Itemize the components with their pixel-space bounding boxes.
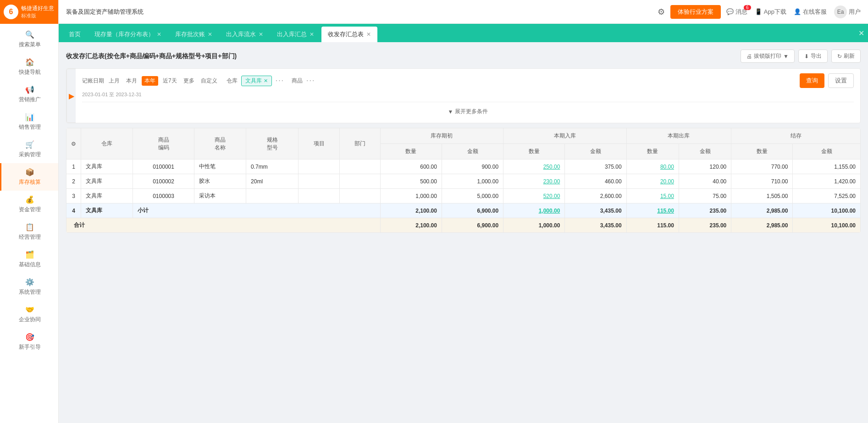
th-opening: 库存期初 [380,128,503,144]
basic-icon: 🗂️ [25,250,34,259]
out-qty-link[interactable]: 15.00 [660,193,674,199]
message-icon: 💬 [726,8,734,15]
app-download-item[interactable]: 📱 App下载 [755,8,786,16]
tab-home[interactable]: 首页 [62,27,87,42]
tab-close-icon[interactable]: ✕ [157,31,161,38]
tab-close-icon[interactable]: ✕ [208,31,212,38]
cell-in-amt: 460.00 [565,174,626,189]
tab-recv-send-summary[interactable]: 收发存汇总表✕ [321,27,377,42]
sidebar-item-purchase[interactable]: 🛒采购管理 [0,136,58,163]
cell-warehouse: 文具库 [81,159,133,174]
in-qty-link[interactable]: 230.00 [543,178,560,185]
setting-button[interactable]: 设置 [828,73,854,88]
sidebar-item-quick-nav[interactable]: 🏠快捷导航 [0,53,58,81]
chevron-down-icon: ▼ [783,53,789,60]
sidebar-item-sales[interactable]: 📊销售管理 [0,108,58,136]
total-in-amt: 3,435.00 [565,218,626,233]
sidebar-item-enterprise[interactable]: 🤝企业协同 [0,301,58,328]
print-button[interactable]: 🖨 拔锁版打印 ▼ [741,49,795,63]
close-all-tabs[interactable]: ✕ [858,29,864,38]
sidebar-item-operations[interactable]: 📋经营管理 [0,218,58,246]
cell-out-amt: 40.00 [679,174,731,189]
date-btn-custom[interactable]: 自定义 [199,76,219,86]
tab-close-icon[interactable]: ✕ [366,31,371,38]
subtotal-label: 小计 [133,203,380,218]
experience-button[interactable]: 体验行业方案 [670,5,721,19]
expand-icon: ▼ [448,109,453,115]
tab-close-icon[interactable]: ✕ [310,31,314,38]
topbar-right: 💬 消息 6 📱 App下载 👤 在线客服 Ea 用户 [726,5,861,18]
date-btn-this-year[interactable]: 本年 [142,76,158,86]
th-goods-spec: 规格型号 [246,128,299,159]
sidebar-item-inventory[interactable]: 📦库存核算 [0,163,58,191]
online-service-item[interactable]: 👤 在线客服 [794,8,827,16]
user-item[interactable]: Ea 用户 [834,5,861,18]
sidebar-item-basic[interactable]: 🗂️基础信息 [0,246,58,273]
date-btn-more[interactable]: 更多 [182,76,196,86]
cell-dept [339,174,380,189]
cell-closing-qty: 710.00 [731,174,793,189]
sidebar-item-finance[interactable]: 💰资金管理 [0,191,58,218]
cell-opening-amt: 5,000.00 [442,189,503,203]
cell-goods-spec: 20ml [246,174,299,189]
sidebar-item-guide[interactable]: 🎯新手引导 [0,328,58,356]
cell-in-qty[interactable]: 230.00 [503,174,565,189]
warehouse-more[interactable]: ··· [276,77,284,85]
cell-out-qty[interactable]: 15.00 [626,189,679,203]
th-in-amt: 金额 [565,144,626,159]
tab-inout-flow[interactable]: 出入库流水✕ [220,27,270,42]
tab-bar: 首页现存量（库存分布表）✕库存批次账✕出入库流水✕出入库汇总✕收发存汇总表✕✕ [59,24,868,42]
cell-goods-name: 采访本 [194,189,246,203]
cell-opening-qty: 500.00 [380,174,442,189]
logo-icon: 6 [4,5,18,19]
cell-closing-amt: 1,155.00 [793,159,861,174]
topbar: 装备及固定资产辅助管理系统 ⚙ 体验行业方案 💬 消息 6 📱 App下载 👤 … [59,0,868,24]
cell-closing-qty: 1,505.00 [731,189,793,203]
cell-no: 3 [66,189,81,203]
subtotal-out-qty-link[interactable]: 115.00 [657,208,674,214]
th-out-qty: 数量 [626,144,679,159]
message-item[interactable]: 💬 消息 6 [726,8,747,16]
expand-more-conditions[interactable]: ▼ 展开更多条件 [82,105,854,118]
sidebar-item-search[interactable]: 🔍搜索菜单 [0,26,58,53]
refresh-button[interactable]: ↻ 刷新 [831,49,861,63]
th-out-amt: 金额 [679,144,731,159]
cell-in-amt: 2,600.00 [565,189,626,203]
th-closing-amt: 金额 [793,144,861,159]
sidebar-item-system[interactable]: ⚙️系统管理 [0,273,58,301]
tab-inventory-dist[interactable]: 现存量（库存分布表）✕ [88,27,168,42]
goods-more[interactable]: ··· [306,77,315,85]
date-range: 2023-01-01 至 2023-12-31 [82,92,142,97]
date-btn-last-month[interactable]: 上月 [107,76,122,86]
tab-close-icon[interactable]: ✕ [259,31,263,38]
tab-inout-summary[interactable]: 出入库汇总✕ [271,27,321,42]
sidebar-item-marketing[interactable]: 📢营销推广 [0,81,58,108]
cell-out-qty[interactable]: 80.00 [626,159,679,174]
subtotal-opening-qty: 2,100.00 [380,203,442,218]
data-table: ⚙ 仓库 商品编码 商品名称 规格型号 项目 部门 库存期初 本期入库 本期出库… [66,128,861,233]
filter-toggle[interactable]: ▶ [66,69,76,123]
remove-warehouse-tag[interactable]: ✕ [264,78,268,84]
subtotal-in-qty-link[interactable]: 1,000.00 [539,208,560,214]
warehouse-tag: 文具库 ✕ [241,76,272,86]
th-closing-qty: 数量 [731,144,793,159]
th-settings[interactable]: ⚙ [66,128,81,159]
tab-label: 首页 [69,30,81,38]
tab-batch-account[interactable]: 库存批次账✕ [169,27,219,42]
sidebar-item-label: 销售管理 [19,123,41,131]
cell-in-qty[interactable]: 250.00 [503,159,565,174]
subtotal-in-amt: 3,435.00 [565,203,626,218]
export-button[interactable]: ⬇ 导出 [798,49,828,63]
in-qty-link[interactable]: 250.00 [543,164,560,170]
in-qty-link[interactable]: 520.00 [543,193,560,199]
out-qty-link[interactable]: 80.00 [660,164,674,170]
date-btn-this-month[interactable]: 本月 [124,76,139,86]
cell-in-qty[interactable]: 520.00 [503,189,565,203]
cell-no: 2 [66,174,81,189]
out-qty-link[interactable]: 20.00 [660,178,674,185]
cell-out-qty[interactable]: 20.00 [626,174,679,189]
query-button[interactable]: 查询 [800,73,824,88]
settings-icon[interactable]: ⚙ [658,7,665,17]
sidebar-item-label: 营销推广 [19,96,41,104]
date-btn-7days[interactable]: 近7天 [161,76,179,86]
